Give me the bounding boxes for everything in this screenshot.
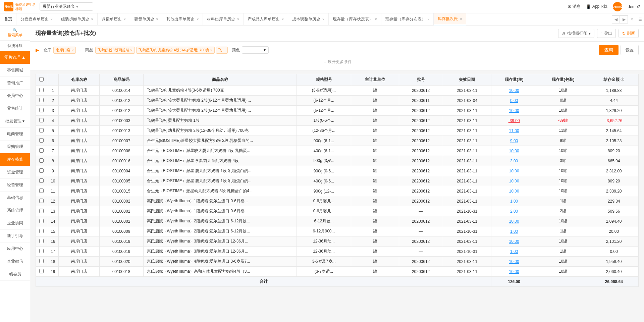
color-dropdown[interactable]: ▾ bbox=[242, 46, 269, 54]
tab-1[interactable]: 分盘盘点单历史 × bbox=[16, 13, 57, 25]
row-checkbox[interactable] bbox=[39, 148, 44, 153]
tab-6[interactable]: 材料出库单历史 × bbox=[203, 13, 244, 25]
settings-btn[interactable]: 设置 bbox=[621, 45, 639, 55]
row-checkbox[interactable] bbox=[39, 158, 44, 163]
tab-6-close[interactable]: × bbox=[237, 17, 239, 21]
query-btn[interactable]: 查询 bbox=[599, 45, 619, 55]
stock-main-val[interactable]: -39.00 bbox=[508, 118, 520, 123]
stock-main-val[interactable]: 11.00 bbox=[509, 128, 519, 133]
warehouse-tag-0[interactable]: 南岸门店 × bbox=[53, 47, 76, 54]
sidebar-item-apps[interactable]: 应用中心 bbox=[0, 243, 30, 255]
stock-main-val[interactable]: 10.00 bbox=[509, 239, 519, 244]
sidebar-item-purchase[interactable]: 采购管理 bbox=[0, 141, 30, 153]
expand-btn[interactable]: ⋯ 展开更多条件 bbox=[322, 59, 352, 65]
row-checkbox[interactable] bbox=[39, 239, 44, 243]
stock-main-val[interactable]: 10.00 bbox=[509, 169, 519, 173]
stock-main-val[interactable]: 0.00 bbox=[510, 98, 518, 103]
row-checkbox[interactable] bbox=[39, 199, 44, 203]
row-checkbox[interactable] bbox=[39, 98, 44, 102]
row-checkbox[interactable] bbox=[39, 189, 44, 193]
warehouse-more[interactable]: ... bbox=[78, 48, 81, 52]
stock-main-val[interactable]: 1.00 bbox=[510, 199, 518, 204]
stock-main-val[interactable]: 3.00 bbox=[510, 159, 518, 163]
nav-next-btn[interactable]: ▶ bbox=[620, 15, 628, 23]
sidebar-item-guide[interactable]: 新手引导 bbox=[0, 230, 30, 243]
template-print-btn[interactable]: 🖨 按模板打印 ▾ bbox=[558, 29, 594, 38]
refresh-btn[interactable]: ↻ 刷新 bbox=[619, 29, 639, 38]
row-checkbox[interactable] bbox=[39, 249, 44, 253]
row-checkbox[interactable] bbox=[39, 229, 44, 233]
row-checkbox[interactable] bbox=[39, 128, 44, 132]
product-tag-1[interactable]: 飞鹤星飞帆 儿童奶粉 4段(3-6岁适用) 700克 × bbox=[136, 47, 215, 54]
sidebar-item-marketing[interactable]: 营销推广 bbox=[0, 77, 30, 90]
row-checkbox[interactable] bbox=[39, 138, 44, 143]
tab-5-close[interactable]: × bbox=[197, 17, 199, 21]
sidebar-item-basic-info[interactable]: 基础信息 bbox=[0, 192, 30, 204]
row-checkbox[interactable] bbox=[39, 259, 44, 263]
app-download-btn[interactable]: 📱 App下载 bbox=[586, 4, 607, 9]
row-checkbox[interactable] bbox=[39, 88, 44, 92]
sidebar-search[interactable]: 🔍 搜索菜单 bbox=[0, 25, 30, 41]
row-checkbox[interactable] bbox=[39, 168, 44, 173]
nav-close-all-btn[interactable]: × bbox=[628, 15, 636, 23]
tab-9[interactable]: 现存量（库存状况表） × bbox=[329, 13, 381, 25]
nav-prev-btn[interactable]: ◀ bbox=[612, 15, 620, 23]
tab-8[interactable]: 成本调整单历史 × bbox=[288, 13, 329, 25]
row-checkbox[interactable] bbox=[39, 108, 44, 112]
sidebar-item-wholesale[interactable]: 批发管理 ▾ bbox=[0, 115, 30, 128]
row-checkbox[interactable] bbox=[39, 269, 44, 273]
stock-main-val[interactable]: 10.00 bbox=[509, 88, 519, 93]
tab-8-close[interactable]: × bbox=[322, 17, 324, 21]
company-select[interactable]: 母婴行业演示账套 ▾ bbox=[40, 2, 93, 11]
tab-3-close[interactable]: × bbox=[124, 17, 126, 21]
stock-main-val[interactable]: 10.00 bbox=[509, 179, 519, 183]
stock-main-val[interactable]: 1.00 bbox=[510, 229, 518, 234]
select-all-checkbox[interactable] bbox=[39, 77, 44, 82]
product-tag-0[interactable]: 飞鹤奶粉3段丙提装 × bbox=[95, 47, 135, 54]
sidebar-item-retail-mall[interactable]: 零售商城 bbox=[0, 64, 30, 77]
sidebar-item-member[interactable]: 畅会员 bbox=[0, 268, 30, 281]
filter-expand-arrow[interactable]: ▶ bbox=[36, 47, 39, 53]
tab-10-close[interactable]: × bbox=[428, 17, 430, 21]
tab-2-close[interactable]: × bbox=[91, 17, 93, 21]
sidebar-item-inventory[interactable]: 库存核算 bbox=[0, 153, 30, 166]
avatar[interactable]: demo2 bbox=[613, 2, 622, 11]
message-btn[interactable]: ✉ 消息 bbox=[568, 4, 581, 9]
row-checkbox[interactable] bbox=[39, 118, 44, 122]
tab-7[interactable]: 产成品入库单历史 × bbox=[244, 13, 288, 25]
stock-main-val[interactable]: 10.00 bbox=[509, 269, 519, 274]
stock-main-val[interactable]: 10.00 bbox=[509, 189, 519, 194]
tab-10[interactable]: 现存量（库存分布表） × bbox=[381, 13, 434, 25]
sidebar-item-wechat[interactable]: 企业微信 bbox=[0, 255, 30, 268]
stock-main-val[interactable]: 10.00 bbox=[509, 219, 519, 224]
tab-2[interactable]: 组装拆卸单历史 × bbox=[57, 13, 98, 25]
stock-main-val[interactable]: 10.00 bbox=[509, 108, 519, 113]
sidebar-item-ecommerce[interactable]: 电商管理 bbox=[0, 128, 30, 141]
sidebar-item-members[interactable]: 会员中心 bbox=[0, 90, 30, 102]
tab-3[interactable]: 调拨单历史 × bbox=[98, 13, 130, 25]
stock-main-val[interactable]: 10.00 bbox=[509, 259, 519, 264]
tab-4-close[interactable]: × bbox=[156, 17, 158, 21]
product-tag-2[interactable]: 飞... bbox=[216, 47, 227, 54]
sidebar-item-retail-mgmt[interactable]: 零售管理 ▲ bbox=[0, 51, 30, 64]
balance-info-icon[interactable]: ⓘ bbox=[621, 77, 624, 82]
stock-main-val[interactable]: 1.00 bbox=[510, 249, 518, 254]
sidebar-item-system[interactable]: 系统管理 bbox=[0, 204, 30, 217]
tab-5[interactable]: 其他出库单历史 × bbox=[162, 13, 203, 25]
tab-active-close[interactable]: × bbox=[460, 17, 462, 21]
row-checkbox[interactable] bbox=[39, 219, 44, 223]
tab-4[interactable]: 要货单历史 × bbox=[130, 13, 163, 25]
product-tag-1-close[interactable]: × bbox=[210, 48, 212, 52]
stock-main-val[interactable]: 10.00 bbox=[509, 149, 519, 153]
sidebar-item-finance[interactable]: 资金管理 bbox=[0, 166, 30, 179]
tab-9-close[interactable]: × bbox=[375, 17, 377, 21]
stock-main-val[interactable]: 9.00 bbox=[510, 139, 518, 143]
row-checkbox[interactable] bbox=[39, 209, 44, 213]
product-tag-0-close[interactable]: × bbox=[130, 48, 132, 52]
row-checkbox[interactable] bbox=[39, 178, 44, 183]
warehouse-tag-close[interactable]: × bbox=[71, 48, 73, 52]
tab-1-close[interactable]: × bbox=[51, 17, 53, 21]
stock-main-val[interactable]: 2.00 bbox=[510, 209, 518, 214]
tab-home[interactable]: 首页 bbox=[0, 13, 16, 25]
tab-7-close[interactable]: × bbox=[282, 17, 284, 21]
